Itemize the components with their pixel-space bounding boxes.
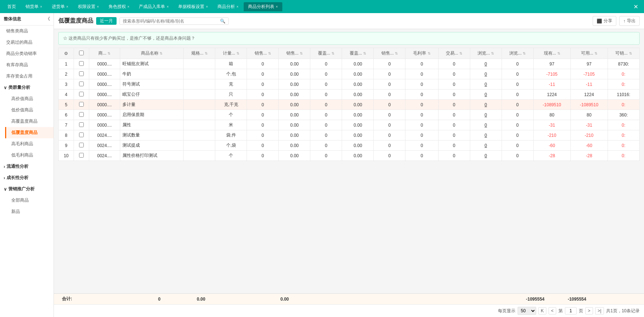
row-name[interactable]: 属性价格打印测试 bbox=[120, 151, 184, 161]
sidebar-item-low-value[interactable]: 低价值商品 bbox=[5, 104, 54, 116]
close-icon[interactable]: × bbox=[97, 5, 99, 9]
close-icon[interactable]: × bbox=[236, 5, 239, 9]
next-page-button[interactable]: > bbox=[585, 307, 593, 314]
col-view2[interactable]: 浏览... ⇅ bbox=[502, 48, 533, 59]
search-icon[interactable]: 🔍 bbox=[220, 19, 225, 24]
sidebar-item-sales-products[interactable]: 销售类商品 bbox=[0, 25, 54, 37]
row-checkbox[interactable] bbox=[74, 151, 89, 161]
col-profit-rate[interactable]: 毛利率 ⇅ bbox=[405, 48, 438, 59]
col-settings[interactable]: ⚙ bbox=[59, 48, 74, 59]
col-trade[interactable]: 交易... ⇅ bbox=[438, 48, 470, 59]
table-container[interactable]: ⚙ 商... ⇅ 商品名称 ⇅ 规格... ⇅ 计量... ⇅ 销售... ⇅ … bbox=[58, 48, 640, 293]
sidebar-group-cluster-analysis[interactable]: ∨ 类群量分析 bbox=[0, 82, 54, 93]
row-checkbox[interactable] bbox=[74, 100, 89, 110]
col-available[interactable]: 可用... ⇅ bbox=[570, 48, 608, 59]
sidebar-item-high-coverage[interactable]: 高覆盖度商品 bbox=[5, 116, 54, 127]
col-cover1[interactable]: 覆盖... ⇅ bbox=[310, 48, 342, 59]
col-spec[interactable]: 规格... ⇅ bbox=[184, 48, 215, 59]
page-size-label: 每页显示 bbox=[498, 308, 515, 314]
row-view1[interactable]: 0 bbox=[470, 151, 502, 161]
nav-purchase-order[interactable]: 进货单 × bbox=[47, 2, 73, 11]
row-name[interactable]: 旺铺批次测试 bbox=[120, 59, 184, 69]
nav-role-auth[interactable]: 角色授权 × bbox=[104, 2, 134, 11]
row-checkbox[interactable] bbox=[74, 79, 89, 90]
row-view1[interactable]: 0 bbox=[470, 140, 502, 151]
nav-product-analysis[interactable]: 商品分析 × bbox=[213, 2, 243, 11]
row-name[interactable]: 多计量 bbox=[120, 100, 184, 110]
sidebar-item-low-coverage[interactable]: 低覆盖度商品 bbox=[5, 127, 54, 138]
row-view1[interactable]: 0 bbox=[470, 79, 502, 90]
search-input[interactable] bbox=[123, 19, 220, 24]
col-sales-qty[interactable]: 销售... ⇅ bbox=[247, 48, 279, 59]
nav-home[interactable]: 首页 bbox=[3, 2, 20, 11]
sidebar-collapse-button[interactable]: 《 bbox=[46, 16, 50, 22]
sidebar-item-category-turnover[interactable]: 商品分类动销率 bbox=[0, 48, 54, 59]
row-checkbox[interactable] bbox=[74, 120, 89, 130]
row-checkbox[interactable] bbox=[74, 140, 89, 151]
nav-permissions[interactable]: 权限设置 × bbox=[74, 2, 103, 11]
sidebar-item-traded-products[interactable]: 交易过的商品 bbox=[0, 37, 54, 48]
col-sales-amt[interactable]: 销售... ⇅ bbox=[279, 48, 310, 59]
sidebar-item-high-margin[interactable]: 高毛利商品 bbox=[5, 138, 54, 150]
sidebar-item-all-products[interactable]: 全部商品 bbox=[5, 195, 54, 206]
first-page-button[interactable]: K bbox=[538, 307, 546, 314]
window-close-button[interactable]: ✕ bbox=[631, 2, 641, 12]
close-icon[interactable]: × bbox=[276, 5, 278, 9]
row-view1[interactable]: 0 bbox=[470, 130, 502, 140]
sidebar-item-low-margin[interactable]: 低毛利商品 bbox=[5, 150, 54, 161]
col-cover2[interactable]: 覆盖... ⇅ bbox=[342, 48, 374, 59]
share-button[interactable]: ⬛ 分享 bbox=[593, 16, 616, 26]
row-name[interactable]: 牛奶 bbox=[120, 69, 184, 79]
nav-finished-goods[interactable]: 产成品入库单 × bbox=[134, 2, 173, 11]
row-view1[interactable]: 0 bbox=[470, 59, 502, 69]
close-icon[interactable]: × bbox=[166, 5, 169, 9]
row-view1[interactable]: 0 bbox=[470, 100, 502, 110]
nav-sales-order[interactable]: 销货单 × bbox=[21, 2, 47, 11]
nav-product-analysis-list[interactable]: 商品分析列表 × bbox=[244, 2, 282, 11]
sidebar-item-inventory-capital[interactable]: 库存资金占用 bbox=[0, 71, 54, 82]
row-view1[interactable]: 0 bbox=[470, 120, 502, 130]
row-name[interactable]: 测试提成 bbox=[120, 140, 184, 151]
row-checkbox[interactable] bbox=[74, 69, 89, 79]
prev-page-button[interactable]: < bbox=[549, 307, 556, 314]
close-icon[interactable]: × bbox=[40, 5, 42, 9]
col-name[interactable]: 商品名称 ⇅ bbox=[120, 48, 184, 59]
row-checkbox[interactable] bbox=[74, 110, 89, 120]
sidebar-item-in-stock[interactable]: 有库存商品 bbox=[0, 59, 54, 71]
sidebar-item-new-products[interactable]: 新品 bbox=[5, 206, 54, 217]
sidebar-group-growth[interactable]: › 成长性分析 bbox=[0, 172, 54, 183]
row-view1[interactable]: 0 bbox=[470, 69, 502, 79]
export-button[interactable]: ↑ 导出 bbox=[619, 16, 640, 26]
nav-template-settings[interactable]: 单据模板设置 × bbox=[174, 2, 212, 11]
row-current: -28 bbox=[533, 151, 570, 161]
col-view1[interactable]: 浏览... ⇅ bbox=[470, 48, 502, 59]
row-checkbox[interactable] bbox=[74, 130, 89, 140]
row-checkbox[interactable] bbox=[74, 59, 89, 69]
col-unit[interactable]: 计量... ⇅ bbox=[215, 48, 247, 59]
col-current[interactable]: 现有... ⇅ bbox=[533, 48, 570, 59]
col-code[interactable]: 商... ⇅ bbox=[89, 48, 120, 59]
col-sales3[interactable]: 销售... ⇅ bbox=[374, 48, 405, 59]
sidebar-group-liquidity[interactable]: › 流通性分析 bbox=[0, 161, 54, 172]
row-view1[interactable]: 0 bbox=[470, 110, 502, 120]
col-checkbox[interactable] bbox=[74, 48, 89, 59]
select-all-checkbox[interactable] bbox=[79, 51, 84, 55]
close-icon[interactable]: × bbox=[66, 5, 68, 9]
page-size-select[interactable]: 50 100 200 bbox=[518, 307, 536, 315]
row-view1[interactable]: 0 bbox=[470, 90, 502, 100]
last-page-button[interactable]: >| bbox=[595, 307, 604, 314]
row-name[interactable]: 属性 bbox=[120, 120, 184, 130]
sidebar-group-marketing[interactable]: ∨ 营销推广分析 bbox=[0, 183, 54, 195]
row-name[interactable]: 启用保质期 bbox=[120, 110, 184, 120]
row-checkbox[interactable] bbox=[74, 90, 89, 100]
time-filter-button[interactable]: 近一月 bbox=[96, 17, 117, 25]
close-icon[interactable]: × bbox=[206, 5, 208, 9]
row-cover1: 0 bbox=[310, 130, 342, 140]
page-number-input[interactable] bbox=[565, 307, 577, 314]
row-name[interactable]: 眠宝公仔 bbox=[120, 90, 184, 100]
sidebar-item-high-value[interactable]: 高价值商品 bbox=[5, 93, 54, 104]
col-saleable[interactable]: 可销... ⇅ bbox=[608, 48, 639, 59]
row-name[interactable]: 符号测试 bbox=[120, 79, 184, 90]
close-icon[interactable]: × bbox=[127, 5, 130, 9]
row-name[interactable]: 测试数量 bbox=[120, 130, 184, 140]
